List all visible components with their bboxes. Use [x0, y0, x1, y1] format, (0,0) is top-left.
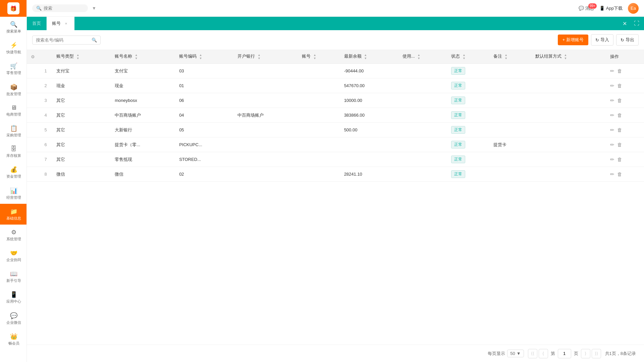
sidebar-item-guide[interactable]: 📖新手引导	[0, 266, 26, 287]
header-search-input[interactable]	[44, 6, 84, 11]
row-status: 正常	[447, 167, 489, 182]
page-next-button[interactable]: ⟩	[581, 349, 590, 358]
row-type: 微信	[52, 167, 111, 182]
delete-button[interactable]: 🗑	[617, 112, 622, 118]
app-center-icon: 📱	[10, 291, 17, 298]
row-settle	[531, 167, 606, 182]
sidebar-item-wechat[interactable]: 💬企业微信	[0, 308, 26, 329]
col-settle[interactable]: 默认结算方式 ▲▼	[531, 50, 606, 64]
col-balance[interactable]: 最新余额 ▲▼	[340, 50, 398, 64]
import-button[interactable]: ↻ 导入	[591, 34, 613, 46]
tab-account[interactable]: 账号 ×	[47, 17, 74, 30]
export-button[interactable]: ↻ 导出	[616, 34, 639, 46]
ecommerce-icon: 🖥	[11, 104, 17, 111]
row-usage	[398, 78, 447, 93]
sidebar-item-retail[interactable]: 🛒零售管理	[0, 58, 26, 79]
col-name[interactable]: 账号名称 ▲▼	[111, 50, 175, 64]
app-download-button[interactable]: 📱 App下载	[599, 5, 623, 11]
sidebar-label-search-menu: 搜索菜单	[6, 29, 21, 34]
page-input[interactable]	[558, 349, 571, 358]
row-note	[489, 123, 531, 137]
sidebar-item-finance[interactable]: 💰资金管理	[0, 162, 26, 183]
delete-button[interactable]: 🗑	[617, 98, 622, 103]
row-usage	[398, 167, 447, 182]
new-account-button[interactable]: + 新增账号	[558, 35, 588, 45]
tab-home-label: 首页	[32, 20, 41, 26]
sidebar-item-wholesale[interactable]: 📦批发管理	[0, 79, 26, 100]
message-button[interactable]: 💬 消息 99+	[579, 5, 594, 11]
delete-button[interactable]: 🗑	[617, 83, 622, 88]
sidebar-item-system[interactable]: ⚙系统管理	[0, 225, 26, 245]
edit-button[interactable]: ✏	[610, 83, 614, 89]
col-account[interactable]: 账号 ▲▼	[298, 50, 340, 64]
tab-bar: 首页 账号 × ✕ ⛶	[27, 17, 644, 30]
tab-home[interactable]: 首页	[27, 17, 47, 30]
sidebar-label-inventory: 库存核算	[6, 154, 21, 158]
tab-close-icon[interactable]: ×	[63, 21, 69, 26]
search-submit-icon[interactable]: 🔍	[92, 38, 97, 43]
row-num: 3	[39, 93, 52, 108]
avatar-text: Ea	[631, 6, 636, 11]
sidebar: 🎁 🔍搜索菜单⚡快捷导航🛒零售管理📦批发管理🖥电商管理📋采购管理🗄库存核算💰资金…	[0, 0, 27, 362]
page-last-button[interactable]: ⟩⟩	[592, 349, 601, 358]
page-size-select[interactable]: 50 ▼	[507, 350, 524, 357]
edit-button[interactable]: ✏	[610, 68, 614, 74]
page-first-button[interactable]: ⟨⟨	[528, 349, 537, 358]
app-download-label: App下载	[606, 5, 623, 11]
edit-button[interactable]: ✏	[610, 112, 614, 118]
col-note[interactable]: 备注 ▲▼	[489, 50, 531, 64]
col-code[interactable]: 账号编码 ▲▼	[175, 50, 233, 64]
sidebar-label-operations: 经营管理	[6, 195, 21, 200]
edit-button[interactable]: ✏	[610, 171, 614, 177]
row-code: 01	[175, 78, 233, 93]
sidebar-item-search-menu[interactable]: 🔍搜索菜单	[0, 17, 26, 38]
avatar[interactable]: Ea	[628, 3, 639, 14]
search-input[interactable]	[36, 38, 90, 43]
sidebar-item-inventory[interactable]: 🗄库存核算	[0, 141, 26, 162]
sidebar-item-member[interactable]: 👑畅会员	[0, 329, 26, 350]
table-row: 6 其它 提货卡（零... PICKUPC... 正常 提货卡 ✏ 🗑	[27, 137, 644, 152]
row-note	[489, 152, 531, 167]
header-search-box[interactable]: 🔍	[32, 4, 88, 12]
sidebar-item-operations[interactable]: 📊经营管理	[0, 183, 26, 204]
col-status[interactable]: 状态 ▲▼	[447, 50, 489, 64]
sidebar-label-quick-nav: 快捷导航	[6, 50, 21, 54]
row-name: 零售抵现	[111, 152, 175, 167]
total-info: 共1页，8条记录	[605, 351, 636, 357]
sidebar-item-agreement[interactable]: 🤝企业协同	[0, 245, 26, 266]
delete-button[interactable]: 🗑	[617, 68, 622, 74]
table-row: 5 其它 大新银行 05 500.00 正常 ✏ 🗑	[27, 123, 644, 137]
tab-expand-button[interactable]: ⛶	[632, 19, 641, 28]
sidebar-item-ecommerce[interactable]: 🖥电商管理	[0, 100, 26, 121]
edit-button[interactable]: ✏	[610, 127, 614, 133]
col-usage[interactable]: 使用... ▲▼	[398, 50, 447, 64]
sidebar-label-purchase: 采购管理	[6, 133, 21, 137]
col-bank[interactable]: 开户银行 ▲▼	[233, 50, 298, 64]
edit-button[interactable]: ✏	[610, 142, 614, 148]
status-badge: 正常	[451, 111, 465, 119]
sidebar-item-basic-info[interactable]: 📁基础信息	[0, 204, 26, 225]
delete-button[interactable]: 🗑	[617, 157, 622, 162]
edit-button[interactable]: ✏	[610, 98, 614, 104]
row-action: ✏ 🗑	[606, 167, 644, 182]
sidebar-item-purchase[interactable]: 📋采购管理	[0, 121, 26, 141]
row-balance: -90444.00	[340, 64, 398, 78]
status-badge: 正常	[451, 126, 465, 134]
sidebar-item-quick-nav[interactable]: ⚡快捷导航	[0, 38, 26, 58]
col-type[interactable]: 账号类型 ▲▼	[52, 50, 111, 64]
purchase-icon: 📋	[10, 125, 17, 132]
main-area: 🔍 ▼ 💬 消息 99+ 📱 App下载 Ea 首页 账号	[27, 0, 644, 362]
row-num: 5	[39, 123, 52, 137]
dropdown-icon[interactable]: ▼	[92, 6, 96, 11]
sidebar-label-finance: 资金管理	[6, 174, 21, 179]
delete-button[interactable]: 🗑	[617, 171, 622, 177]
search-wrap[interactable]: 🔍	[32, 36, 101, 45]
delete-button[interactable]: 🗑	[617, 127, 622, 133]
row-code: STORED...	[175, 152, 233, 167]
sidebar-item-app-center[interactable]: 📱应用中心	[0, 287, 26, 308]
delete-button[interactable]: 🗑	[617, 142, 622, 147]
tab-close-all-button[interactable]: ✕	[620, 19, 629, 28]
edit-button[interactable]: ✏	[610, 157, 614, 163]
page-prev-button[interactable]: ⟨	[539, 349, 548, 358]
col-gear: ⚙	[27, 50, 39, 64]
